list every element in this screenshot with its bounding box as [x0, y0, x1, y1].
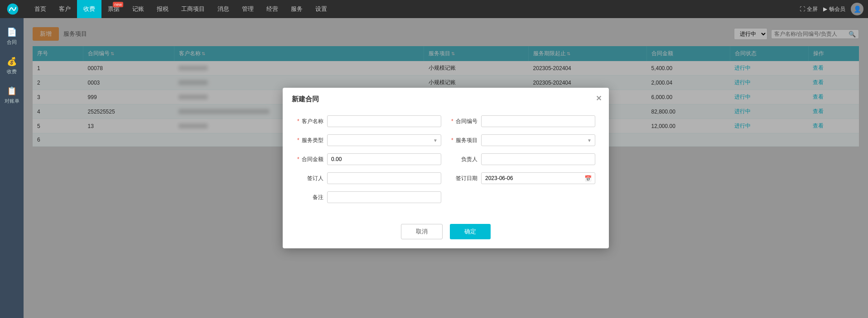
customer-name-label: * 客户名称: [296, 118, 323, 125]
required-star-4: *: [451, 137, 453, 143]
fullscreen-icon: ⛶: [800, 6, 805, 12]
service-project-select[interactable]: [481, 134, 595, 146]
modal-footer: 取消 确定: [283, 219, 609, 248]
form-row-4: 签订人 签订日期 2023-06-06 📅: [296, 172, 595, 184]
fullscreen-button[interactable]: ⛶ 全屏: [800, 5, 818, 13]
nav-tax[interactable]: 报税: [150, 0, 175, 18]
form-row-2: * 服务类型 ▼ *: [296, 134, 595, 146]
nav-bookkeeping[interactable]: 记账: [126, 0, 150, 18]
nav-message[interactable]: 消息: [211, 0, 236, 18]
field-contract-number: * 合同编号: [450, 115, 595, 127]
new-contract-modal: 新建合同 ✕ * 客户名称: [283, 88, 609, 248]
nav-manage[interactable]: 管理: [236, 0, 260, 18]
sidebar-item-fee[interactable]: 💰 收费: [0, 52, 24, 80]
top-navigation: 首页 客户 收费 票据 new 记账 报税 工商项目 消息 管理 经营 服务 设…: [0, 0, 868, 18]
responsible-label: 负责人: [450, 156, 477, 163]
sign-date-label: 签订日期: [450, 175, 477, 182]
modal-close-button[interactable]: ✕: [596, 94, 602, 103]
vip-label: 畅会员: [829, 5, 845, 13]
field-service-project: * 服务项目 ▼: [450, 134, 595, 146]
sidebar-item-contract-label: 合同: [7, 39, 17, 46]
main-layout: 📄 合同 💰 收费 📋 对账单 新增 服务项目 进行中 已结束 全部: [0, 18, 868, 318]
sign-date-wrapper: 2023-06-06 📅: [481, 172, 595, 184]
field-contract-amount: * 合同金额 0.00: [296, 153, 441, 165]
confirm-button[interactable]: 确定: [450, 224, 491, 239]
service-type-wrapper: ▼: [327, 134, 441, 146]
sign-date-input[interactable]: 2023-06-06: [481, 172, 595, 184]
contract-icon: 📄: [7, 27, 17, 37]
service-project-wrapper: ▼: [481, 134, 595, 146]
required-star-5: *: [297, 156, 299, 162]
vip-button[interactable]: ▶ 畅会员: [823, 5, 845, 13]
remark-label: 备注: [296, 194, 323, 201]
signer-label: 签订人: [296, 175, 323, 182]
modal-header: 新建合同 ✕: [283, 88, 609, 108]
sidebar-item-fee-label: 收费: [7, 68, 17, 75]
remark-input[interactable]: [327, 191, 441, 203]
form-row-5: 备注: [296, 191, 595, 203]
contract-amount-input[interactable]: 0.00: [327, 153, 441, 165]
responsible-input[interactable]: [481, 153, 595, 165]
customer-name-input[interactable]: [327, 115, 441, 127]
service-type-label: * 服务类型: [296, 137, 323, 144]
sidebar-item-contract[interactable]: 📄 合同: [0, 23, 24, 50]
app-logo: [5, 1, 21, 17]
avatar[interactable]: 👤: [851, 3, 863, 15]
modal-overlay: 新建合同 ✕ * 客户名称: [24, 18, 868, 318]
contract-number-input[interactable]: [481, 115, 595, 127]
contract-number-label: * 合同编号: [450, 118, 477, 125]
signer-input[interactable]: [327, 172, 441, 184]
field-remark: 备注: [296, 191, 441, 203]
nav-invoice[interactable]: 票据 new: [101, 0, 126, 18]
field-responsible: 负责人: [450, 153, 595, 165]
required-star-1: *: [297, 118, 299, 124]
statement-icon: 📋: [7, 86, 17, 96]
sidebar-item-statement[interactable]: 📋 对账单: [0, 81, 24, 109]
calendar-icon[interactable]: 📅: [584, 175, 592, 182]
field-signer: 签订人: [296, 172, 441, 184]
required-star-2: *: [451, 118, 453, 124]
sidebar: 📄 合同 💰 收费 📋 对账单: [0, 18, 24, 318]
nav-service[interactable]: 服务: [285, 0, 309, 18]
nav-home[interactable]: 首页: [28, 0, 53, 18]
nav-operation[interactable]: 经营: [260, 0, 285, 18]
nav-fee[interactable]: 收费: [77, 0, 101, 18]
nav-customer[interactable]: 客户: [53, 0, 77, 18]
service-type-select[interactable]: [327, 134, 441, 146]
field-customer-name: * 客户名称: [296, 115, 441, 127]
modal-title: 新建合同: [292, 95, 319, 103]
nav-settings[interactable]: 设置: [309, 0, 333, 18]
field-service-type: * 服务类型 ▼: [296, 134, 441, 146]
service-project-label: * 服务项目: [450, 137, 477, 144]
form-row-1: * 客户名称 * 合同编号: [296, 115, 595, 127]
nav-commerce[interactable]: 工商项目: [175, 0, 211, 18]
required-star-3: *: [297, 137, 299, 143]
content-area: 新增 服务项目 进行中 已结束 全部 🔍 序号 合同编号⇅: [24, 18, 868, 318]
vip-icon: ▶: [823, 6, 827, 12]
nav-right: ⛶ 全屏 ▶ 畅会员 👤: [800, 3, 863, 15]
form-row-3: * 合同金额 0.00 负责人: [296, 153, 595, 165]
fullscreen-label: 全屏: [807, 5, 818, 13]
nav-menu: 首页 客户 收费 票据 new 记账 报税 工商项目 消息 管理 经营 服务 设…: [28, 0, 800, 18]
contract-amount-label: * 合同金额: [296, 156, 323, 163]
field-sign-date: 签订日期 2023-06-06 📅: [450, 172, 595, 184]
modal-body: * 客户名称 * 合同编号: [283, 108, 609, 219]
sidebar-item-statement-label: 对账单: [5, 98, 19, 104]
new-badge: new: [113, 2, 123, 7]
cancel-button[interactable]: 取消: [401, 224, 443, 239]
fee-icon: 💰: [7, 57, 17, 66]
